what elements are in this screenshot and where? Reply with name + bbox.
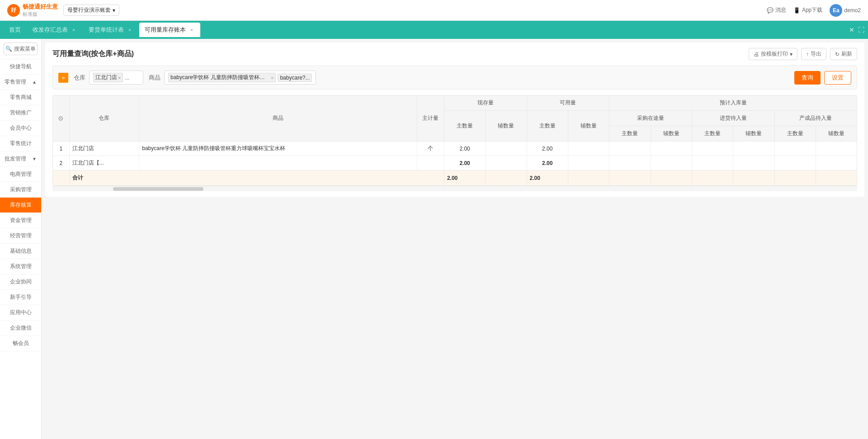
- tab-bar-actions: ✕ ⛶: [849, 26, 868, 33]
- data-table: ⚙ 仓库 商品 主计量 现存量 可用量 预计入库量 主数量 辅数量: [53, 95, 857, 185]
- th-group-incoming: 进货待入量: [692, 111, 774, 126]
- sidebar-item-marketing[interactable]: 营销推广: [0, 105, 41, 121]
- filter-area: » 仓库 江北门店 × ... 商品 babycare: [52, 66, 857, 90]
- gear-icon[interactable]: ⚙: [58, 115, 64, 122]
- th-warehouse: 仓库: [69, 95, 139, 142]
- tab-close-order[interactable]: ×: [127, 27, 133, 33]
- td-avail-aux-1: [568, 142, 609, 156]
- td-stock-main-1: 2.00: [444, 142, 485, 156]
- th-product: 商品: [139, 95, 417, 142]
- th-gear[interactable]: ⚙: [53, 95, 69, 142]
- warehouse-tag: 江北门店 ×: [93, 73, 123, 82]
- sidebar-item-basic[interactable]: 基础信息: [0, 244, 41, 259]
- setting-btn[interactable]: 设置: [824, 71, 851, 85]
- tab-home[interactable]: 首页: [4, 23, 26, 37]
- sidebar-item-member[interactable]: 会员中心: [0, 121, 41, 136]
- td-purchase-main-1: [609, 142, 651, 156]
- refresh-btn[interactable]: ↻ 刷新: [830, 48, 857, 60]
- td-warehouse-1: 江北门店: [69, 142, 139, 156]
- tab-close-receipt[interactable]: ×: [71, 27, 77, 33]
- remove-product-tag-1[interactable]: ×: [271, 75, 274, 80]
- tab-receipt-summary[interactable]: 收发存汇总表 ×: [27, 23, 82, 37]
- export-btn[interactable]: ↑ 导出: [801, 48, 826, 60]
- close-all-tabs-icon[interactable]: ✕: [849, 26, 854, 33]
- footer-purchase-aux: [651, 170, 692, 186]
- product-tag-1: babycare学饮杯 儿童防摔防撞吸管杯重力球吸嘴杯宝宝水杯 ×: [168, 73, 276, 82]
- th-produced-aux: 辅数量: [816, 126, 857, 142]
- message-icon: 💬: [767, 7, 774, 14]
- warehouse-input[interactable]: 江北门店 × ...: [89, 71, 143, 85]
- td-incoming-aux-2: [733, 156, 774, 170]
- sidebar-item-system[interactable]: 系统管理: [0, 259, 41, 274]
- chevron-icon: ▲: [32, 80, 37, 85]
- td-incoming-main-1: [692, 142, 733, 156]
- remove-warehouse-tag[interactable]: ×: [118, 75, 121, 80]
- sidebar-item-quick-nav[interactable]: 快捷导航: [0, 59, 41, 75]
- filter-actions: 查询 设置: [794, 71, 851, 85]
- sidebar-item-purchase[interactable]: 采购管理: [0, 182, 41, 198]
- footer-produced-aux: [816, 170, 857, 186]
- top-bar-right: 💬 消息 📱 App下载 Ea demo2: [767, 4, 861, 17]
- horizontal-scrollbar[interactable]: [52, 186, 857, 191]
- refresh-icon: ↻: [835, 51, 840, 57]
- page-title: 可用量查询(按仓库+商品): [52, 49, 134, 59]
- user-menu[interactable]: Ea demo2: [830, 4, 861, 17]
- top-bar-left: 好 畅捷通好生意 标准版 母婴行业演示账套 ▾: [7, 3, 119, 17]
- download-icon: 📱: [793, 7, 800, 14]
- th-incoming-aux: 辅数量: [733, 126, 774, 142]
- footer-label: 合计: [69, 170, 444, 186]
- table-row: 2 江北门店【... 2.00 2.00: [53, 156, 857, 170]
- page-actions: 🖨 按模板打印 ▾ ↑ 导出 ↻ 刷新: [749, 48, 857, 60]
- fullscreen-icon[interactable]: ⛶: [858, 26, 864, 33]
- message-btn[interactable]: 💬 消息: [767, 6, 786, 14]
- sidebar-item-retail-shop[interactable]: 零售商城: [0, 90, 41, 105]
- sidebar-item-appstore[interactable]: 应用中心: [0, 305, 41, 321]
- td-incoming-main-2: [692, 156, 733, 170]
- td-stock-aux-2: [486, 156, 527, 170]
- td-produced-aux-2: [816, 156, 857, 170]
- content-area: 可用量查询(按仓库+商品) 🖨 按模板打印 ▾ ↑ 导出 ↻ 刷新: [42, 39, 868, 439]
- export-icon: ↑: [806, 51, 809, 57]
- td-warehouse-2: 江北门店【...: [69, 156, 139, 170]
- sidebar-item-retail-stats[interactable]: 零售统计: [0, 136, 41, 151]
- sidebar-item-collab[interactable]: 企业协同: [0, 274, 41, 290]
- footer-produced-main: [774, 170, 816, 186]
- td-produced-main-2: [774, 156, 816, 170]
- app-logo-icon: 好: [7, 4, 20, 17]
- sidebar-item-inventory[interactable]: 库存核算: [0, 198, 41, 213]
- sidebar-item-finance[interactable]: 资金管理: [0, 213, 41, 228]
- sidebar-item-member2[interactable]: 畅会员: [0, 336, 41, 351]
- sidebar-search-area: 🔍 搜索菜单: [0, 39, 41, 59]
- td-purchase-aux-2: [651, 156, 692, 170]
- table-footer-row: 合计 2.00 2.00: [53, 170, 857, 186]
- product-input[interactable]: babycare学饮杯 儿童防摔防撞吸管杯重力球吸嘴杯宝宝水杯 × babyca…: [164, 71, 316, 85]
- sidebar-item-wechat[interactable]: 企业微信: [0, 321, 41, 336]
- sidebar-item-wholesale[interactable]: 批发管理 ▼: [0, 151, 41, 167]
- th-group-produced: 产成品待入量: [774, 111, 857, 126]
- sidebar-item-retail[interactable]: 零售管理 ▲: [0, 75, 41, 90]
- td-stock-aux-1: [486, 142, 527, 156]
- filter-expand-btn[interactable]: »: [58, 73, 68, 83]
- warehouse-more[interactable]: ...: [125, 75, 129, 81]
- sidebar-item-ecommerce[interactable]: 电商管理: [0, 167, 41, 182]
- industry-select[interactable]: 母婴行业演示账套 ▾: [63, 5, 119, 16]
- scroll-thumb[interactable]: [113, 187, 203, 191]
- tab-available-stock[interactable]: 可用量库存账本 ×: [139, 23, 200, 37]
- template-print-btn[interactable]: 🖨 按模板打印 ▾: [749, 48, 797, 60]
- tab-close-available[interactable]: ×: [189, 27, 195, 33]
- sidebar-item-newbie[interactable]: 新手引导: [0, 290, 41, 305]
- td-avail-main-2: 2.00: [527, 156, 568, 170]
- footer-incoming-main: [692, 170, 733, 186]
- tab-order-stats[interactable]: 要货单统计表 ×: [83, 23, 138, 37]
- sidebar-item-ops[interactable]: 经营管理: [0, 228, 41, 244]
- sidebar-search-btn[interactable]: 🔍 搜索菜单: [4, 42, 38, 55]
- table-container: ⚙ 仓库 商品 主计量 现存量 可用量 预计入库量 主数量 辅数量: [52, 95, 857, 186]
- td-produced-main-1: [774, 142, 816, 156]
- query-btn[interactable]: 查询: [794, 71, 821, 85]
- td-produced-aux-1: [816, 142, 857, 156]
- download-btn[interactable]: 📱 App下载: [793, 6, 822, 14]
- td-product-2: [139, 156, 417, 170]
- table-row: 1 江北门店 babycare学饮杯 儿童防摔防撞吸管杯重力球吸嘴杯宝宝水杯 个…: [53, 142, 857, 156]
- td-index-1: 1: [53, 142, 69, 156]
- th-group-planned: 预计入库量: [609, 95, 857, 111]
